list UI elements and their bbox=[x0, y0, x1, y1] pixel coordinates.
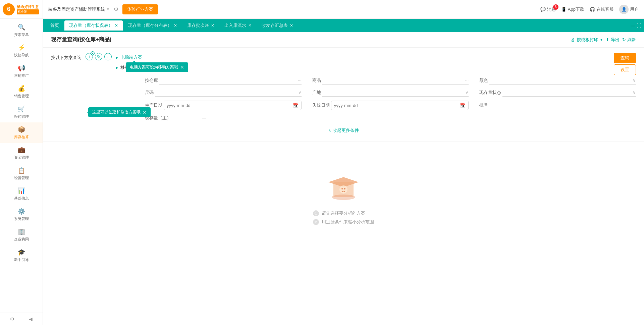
sidebar-item-finance[interactable]: 💼 资金管理 bbox=[0, 143, 43, 163]
origin-field: 产地 ∨ bbox=[312, 89, 469, 97]
print-button[interactable]: 🖨 按模板打印 ▼ bbox=[571, 37, 603, 43]
desktop-scheme: ▶ 电脑端方案 bbox=[116, 53, 142, 62]
add-scheme-button[interactable]: + bbox=[86, 53, 93, 60]
sidebar-item-marketing[interactable]: 📢 营销推广 bbox=[0, 61, 43, 82]
size-chevron[interactable]: ∨ bbox=[298, 90, 302, 95]
collapse-button[interactable]: ∧ 收起更多条件 bbox=[328, 127, 359, 133]
tab-inventory-status[interactable]: 现存量（库存状况表） ✕ bbox=[64, 20, 123, 31]
header-settings-button[interactable]: ⚙ bbox=[114, 6, 118, 12]
sidebar-item-guide[interactable]: 🎓 新手引导 bbox=[0, 245, 43, 266]
batch-input-wrap bbox=[489, 101, 636, 109]
filter-row-1: 按仓库 ··· 商品 ··· bbox=[145, 76, 636, 85]
search-button[interactable]: 查询 bbox=[614, 53, 636, 63]
export-button[interactable]: ⬆ 导出 bbox=[606, 37, 620, 43]
origin-label: 产地 bbox=[312, 90, 321, 96]
back-scheme-button[interactable]: ← bbox=[104, 53, 112, 60]
stock-status-input[interactable] bbox=[502, 90, 633, 95]
prod-date-calendar-icon[interactable]: 📅 bbox=[293, 103, 299, 108]
stock-status-label: 现存量状态 bbox=[479, 90, 501, 96]
sidebar-collapse-button[interactable]: ◀ bbox=[29, 316, 33, 322]
goods-input[interactable] bbox=[322, 78, 465, 83]
sidebar-settings-button[interactable]: ⚙ bbox=[10, 316, 14, 322]
sidebar-item-search[interactable]: 🔍 搜索菜单 bbox=[0, 20, 43, 41]
tab-window-buttons: — ⛶ bbox=[631, 23, 641, 28]
expiry-date-calendar-icon[interactable]: 📅 bbox=[460, 103, 466, 108]
notification-badge: 6 bbox=[553, 4, 558, 10]
tab-close-inventory-dist[interactable]: ✕ bbox=[174, 23, 177, 28]
sidebar-item-inventory[interactable]: 📦 库存核算 bbox=[0, 122, 43, 143]
empty-steps: ① 请先选择要分析的方案 ② 用过滤条件来缩小分析范围 bbox=[313, 209, 374, 226]
tab-minimize-button[interactable]: — bbox=[631, 23, 635, 28]
print-icon: 🖨 bbox=[571, 37, 575, 42]
tab-close-in-out-flow[interactable]: ✕ bbox=[248, 23, 252, 28]
warehouse-input[interactable] bbox=[159, 78, 298, 83]
color-field: 颜色 ∨ bbox=[479, 76, 636, 85]
tab-bar: 首页 现存量（库存状况表） ✕ 现存量（库存分布表） ✕ 库存批次账 ✕ 出入库… bbox=[43, 19, 644, 32]
sidebar-footer: ⚙ ◀ bbox=[0, 313, 43, 325]
app-logo: 6 畅通好好生意 标准版 bbox=[0, 0, 43, 19]
experience-button[interactable]: 体验行业方案 bbox=[122, 4, 158, 14]
tab-in-out-flow[interactable]: 出入库流水 ✕ bbox=[220, 20, 256, 31]
tab-close-collect-send[interactable]: ✕ bbox=[290, 23, 293, 28]
sidebar-item-nav[interactable]: ⚡ 快捷导航 bbox=[0, 41, 43, 61]
tab-close-inventory-status[interactable]: ✕ bbox=[115, 23, 118, 28]
prod-date-input[interactable] bbox=[167, 103, 293, 108]
prod-date-field: 生产日期 📅 bbox=[145, 101, 302, 110]
warehouse-dots[interactable]: ··· bbox=[298, 78, 302, 83]
origin-input[interactable] bbox=[322, 90, 466, 95]
nav-icon: ⚡ bbox=[18, 44, 25, 51]
reset-button[interactable]: 设置 bbox=[614, 64, 636, 75]
marketing-icon: 📢 bbox=[18, 64, 25, 72]
refresh-button[interactable]: ↻ 刷新 bbox=[622, 37, 636, 43]
color-chevron[interactable]: ∨ bbox=[633, 78, 636, 83]
origin-chevron[interactable]: ∨ bbox=[465, 90, 469, 95]
edit-scheme-button[interactable]: ✎ bbox=[95, 53, 102, 60]
expiry-date-field: 失效日期 📅 bbox=[312, 101, 469, 110]
desktop-scheme-label[interactable]: 电脑端方案 bbox=[120, 54, 142, 60]
sidebar: 6 畅通好好生意 标准版 🔍 搜索菜单 ⚡ 快捷导航 📢 营销推广 💰 销 bbox=[0, 0, 43, 325]
system-dropdown-button[interactable]: ▼ bbox=[106, 7, 110, 11]
sidebar-item-enterprise[interactable]: 🏢 企业协同 bbox=[0, 225, 43, 245]
sidebar-item-operations[interactable]: 📋 经营管理 bbox=[0, 163, 43, 184]
tab-close-batch-account[interactable]: ✕ bbox=[211, 23, 214, 28]
color-input-wrap: ∨ bbox=[489, 76, 636, 85]
tab-inventory-dist[interactable]: 现存量（库存分布表） ✕ bbox=[123, 20, 182, 31]
size-input[interactable] bbox=[155, 90, 298, 95]
sidebar-item-system[interactable]: ⚙️ 系统管理 bbox=[0, 204, 43, 225]
empty-step-2: ② 用过滤条件来缩小分析范围 bbox=[313, 218, 374, 226]
top-header: 装备及固定资产辅助管理系统 ▼ ⚙ 体验行业方案 💬 消息 6 📱 App下载 … bbox=[43, 0, 644, 19]
scheme-tooltip-close[interactable]: ✕ bbox=[180, 65, 184, 70]
scheme-expand-arrow[interactable]: ▶ bbox=[116, 56, 118, 59]
online-support-action[interactable]: 🎧 在线客服 bbox=[590, 6, 614, 12]
sidebar-item-sales[interactable]: 💰 销售管理 bbox=[0, 82, 43, 102]
color-input[interactable] bbox=[489, 78, 633, 83]
refresh-icon: ↻ bbox=[622, 37, 626, 42]
expiry-date-input[interactable] bbox=[334, 103, 460, 108]
stock-main-field: 现存量（主） — bbox=[145, 114, 305, 122]
tab-home[interactable]: 首页 bbox=[46, 20, 64, 31]
tab-collect-send[interactable]: 收发存汇总表 ✕ bbox=[257, 20, 298, 31]
create-tooltip-close[interactable]: ✕ bbox=[143, 110, 147, 115]
basic-icon: 📊 bbox=[18, 187, 25, 195]
tab-maximize-button[interactable]: ⛶ bbox=[637, 23, 641, 28]
scheme-tooltip: 电脑方案可设为移动方案哦 ✕ bbox=[126, 62, 188, 72]
tab-batch-account[interactable]: 库存批次账 ✕ bbox=[182, 20, 219, 31]
filter-section: 按以下方案查询 + ✎ ← ▶ bbox=[43, 48, 644, 142]
stock-status-chevron[interactable]: ∨ bbox=[633, 90, 636, 95]
goods-dots[interactable]: ··· bbox=[465, 78, 469, 83]
filter-row-3: 生产日期 📅 失效日期 📅 bbox=[145, 101, 636, 110]
app-download-action[interactable]: 📱 App下载 bbox=[561, 6, 584, 12]
svg-point-3 bbox=[339, 185, 347, 194]
stock-range-separator: — bbox=[202, 115, 206, 120]
filter-row-2: 尺码 ∨ 产地 ∨ bbox=[145, 89, 636, 97]
svg-point-2 bbox=[332, 195, 355, 200]
user-action[interactable]: 👤 用户 bbox=[619, 5, 639, 14]
sidebar-item-basic[interactable]: 📊 基础信息 bbox=[0, 184, 43, 204]
notification-action[interactable]: 💬 消息 6 bbox=[540, 6, 556, 12]
sidebar-item-purchase[interactable]: 🛒 采购管理 bbox=[0, 102, 43, 122]
goods-field: 商品 ··· bbox=[312, 76, 469, 85]
sidebar-nav: 🔍 搜索菜单 ⚡ 快捷导航 📢 营销推广 💰 销售管理 🛒 采购管理 📦 bbox=[0, 19, 43, 313]
batch-input[interactable] bbox=[489, 103, 636, 108]
stock-main-from-input[interactable] bbox=[172, 115, 199, 120]
mobile-scheme-arrow[interactable]: ▶ bbox=[116, 66, 118, 69]
